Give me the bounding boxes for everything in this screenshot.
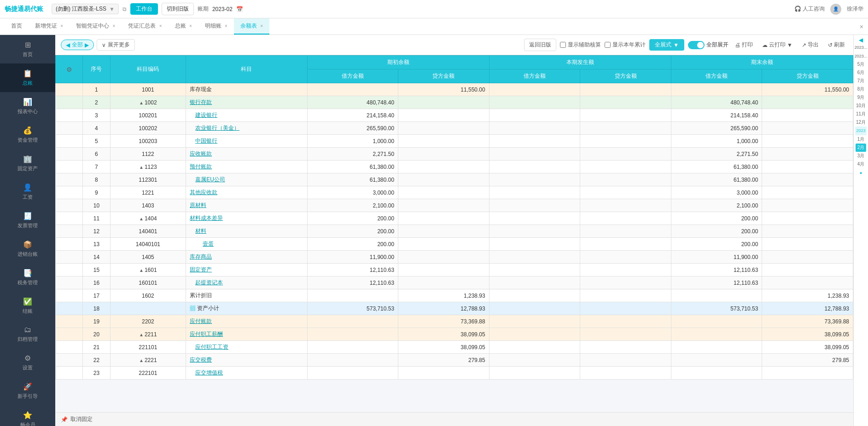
print-button[interactable]: 🖨 打印 [732,40,756,50]
expand-row-icon[interactable]: ▲ [139,358,144,363]
row-name-link[interactable]: 中国银行 [195,138,217,144]
human-service-icon[interactable]: 🎧 人工咨询 [794,5,825,13]
row-name-link[interactable]: 原材料 [190,202,206,208]
row-name-link[interactable]: 固定资产 [190,266,212,273]
row-name[interactable]: 库存商品 [186,251,307,264]
expand-row-icon[interactable]: ▲ [139,100,144,105]
row-name[interactable]: 应交税费 [186,354,307,367]
sidebar-item-fixed-assets[interactable]: 🏢 固定资产 [0,149,55,178]
close-tab-balance-sheet[interactable]: × [260,23,263,29]
expand-all-toggle[interactable]: 全部展开 [688,41,728,49]
row-name[interactable]: 应收账款 [186,148,307,161]
row-name[interactable]: 材料成本差异 [186,212,307,225]
close-tab-voucher-summary[interactable]: × [159,23,162,29]
tab-detail-ledger[interactable]: 明细账 × [198,18,234,35]
row-name-link[interactable]: 壹蛋 [203,241,214,247]
month-3[interactable]: 3月 [857,152,865,160]
row-name[interactable]: 预付账款 [186,161,307,173]
row-name[interactable]: 建设银行 [186,109,307,122]
row-name-link[interactable]: 应交增值税 [195,369,223,376]
row-name[interactable]: 银行存款 [186,96,307,109]
row-name[interactable]: 固定资产 [186,264,307,276]
tab-home[interactable]: 首页 [5,18,29,35]
row-name[interactable]: 壹蛋 [186,238,307,251]
ytd-input[interactable] [605,42,611,48]
sidebar-item-guide[interactable]: 🚀 新手引导 [0,377,55,405]
row-name-link[interactable]: 银行存款 [190,99,212,105]
row-name[interactable]: 应付职工薪酬 [186,328,307,341]
month-12[interactable]: 12月 [856,118,866,127]
sidebar-item-home[interactable]: ⊞ 首页 [0,35,55,63]
month-1[interactable]: 1月 [857,135,865,144]
month-7[interactable]: 7月 [857,77,865,85]
row-name-link[interactable]: 应付账款 [190,318,212,324]
month-2[interactable]: 2月 [856,144,867,152]
row-name-link[interactable]: 材料 [195,228,206,234]
aux-calc-input[interactable] [560,42,566,48]
column-settings-icon[interactable]: ⚙ [66,66,72,73]
month-6[interactable]: 6月 [857,69,865,77]
tab-voucher-summary[interactable]: 凭证汇总表 × [122,18,168,35]
copy-icon[interactable]: ⧉ [122,6,127,12]
year-2023-label[interactable]: 2023 [855,127,866,135]
cloud-print-button[interactable]: ☁ 云打印 ▼ [759,40,795,50]
close-all-icon[interactable]: × [860,23,863,30]
month-10[interactable]: 10月 [856,102,866,110]
row-name[interactable]: 其他应收款 [186,186,307,199]
month-5[interactable]: 5月 [857,60,865,69]
row-name-link[interactable]: 材料成本差异 [190,215,223,221]
year-2023-top[interactable]: 2023... [854,43,868,52]
year-2023-b[interactable]: 2023... [854,52,868,61]
row-name[interactable]: 原材料 [186,199,307,212]
expand-row-icon[interactable]: ▲ [139,268,144,273]
sidebar-item-tax[interactable]: 📑 税务管理 [0,263,55,292]
sidebar-item-settings[interactable]: ⚙ 设置 [0,348,55,377]
sidebar-item-invoice[interactable]: 🧾 发票管理 [0,206,55,235]
row-name-link[interactable]: 应收账款 [190,150,212,157]
sidebar-item-reports[interactable]: 📊 报表中心 [0,92,55,121]
row-name[interactable]: 农业银行（美金） [186,122,307,135]
sidebar-item-member[interactable]: ⭐ 畅会员 [0,405,55,426]
row-name-link[interactable]: 应交税费 [190,357,212,363]
expand-more-button[interactable]: ∨ 展开更多 [97,39,135,51]
row-name[interactable]: 应付职工工资 [186,341,307,354]
full-mode-button[interactable]: 全展式 ▼ [649,39,684,51]
toggle-track[interactable] [688,41,705,49]
row-name-link[interactable]: 库存商品 [190,253,212,260]
month-8[interactable]: 8月 [857,85,865,93]
row-name-link[interactable]: 农业银行（美金） [195,125,239,131]
row-name[interactable]: 中国银行 [186,135,307,148]
row-name-link[interactable]: 应付职工工资 [195,344,228,350]
sidebar-item-salary[interactable]: 👤 工资 [0,178,55,206]
row-name[interactable]: 应交增值税 [186,367,307,380]
close-tab-detail-ledger[interactable]: × [225,23,227,29]
th-settings[interactable]: ⚙ [56,56,83,83]
month-4[interactable]: 4月 [857,160,865,168]
row-name[interactable]: 起提资记本 [186,276,307,289]
month-11[interactable]: 11月 [856,110,866,118]
avatar[interactable]: 👤 [830,4,841,15]
bottom-fixed-bar[interactable]: 📌 取消固定 [55,412,853,426]
sidebar-item-general-ledger[interactable]: 📋 总账 [0,63,55,92]
close-tab-new-voucher[interactable]: × [60,23,63,29]
sidebar-item-funds[interactable]: 💰 资金管理 [0,121,55,149]
row-name[interactable]: 应付账款 [186,315,307,328]
expand-row-icon[interactable]: ▲ [139,165,144,170]
sidebar-item-archive[interactable]: 🗂 归档管理 [0,320,55,348]
tab-new-voucher[interactable]: 新增凭证 × [29,18,70,35]
return-old-version-button[interactable]: 返回旧版 [524,39,556,51]
month-9[interactable]: 9月 [857,93,865,102]
show-aux-calc-checkbox[interactable]: 显示辅助核算 [560,41,601,49]
workbench-button[interactable]: 工作台 [130,3,158,15]
close-tab-smart-voucher[interactable]: × [113,23,116,29]
expand-row-icon[interactable]: ▲ [139,216,144,221]
row-name[interactable]: 嘉属EU公司 [186,173,307,186]
calendar-icon[interactable]: 📅 [236,6,243,12]
expand-row-icon[interactable]: ▲ [139,332,144,337]
row-name[interactable]: 材料 [186,225,307,238]
row-name-link[interactable]: 起提资记本 [195,279,223,286]
tab-general-ledger[interactable]: 总账 × [169,18,198,35]
company-select[interactable]: (勿删) 江西股圣-LSS ▼ [52,4,119,14]
tab-balance-sheet[interactable]: 余额表 × [234,18,269,35]
row-name-link[interactable]: 嘉属EU公司 [195,176,225,183]
